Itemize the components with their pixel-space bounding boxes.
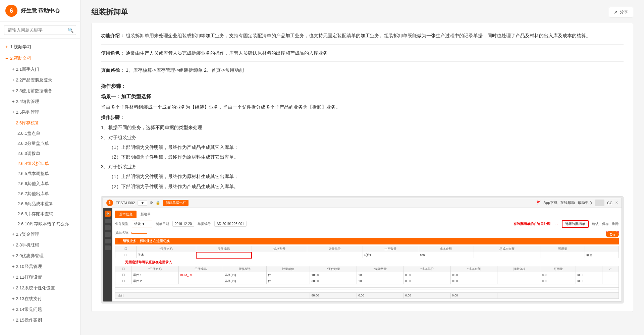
scenario1-desc: 当由多个子件材料组装成一个成品的业务为【组装】业务，当由一个父件拆分成多个子产品…: [101, 103, 624, 112]
mock-field-num-label: 单据编号: [198, 222, 211, 226]
mock-table-row-1: ☐ 关木 1(件) 100: [115, 252, 619, 258]
sidebar-item-funds[interactable]: + 2.7资金管理: [9, 229, 80, 240]
mock-lower-r1-cost2: 0.00: [450, 272, 497, 278]
plus-icon: +: [12, 253, 15, 258]
sidebar-item-purchase[interactable]: + 2.5采购管理: [9, 107, 80, 118]
mock-td-1-action: ⊞ ⊟: [585, 252, 619, 258]
sidebar-item-partial-stocktake[interactable]: 2.6.2分量盘点单: [15, 138, 80, 149]
mock-lower-r1-actions: ⊞ ⊟: [576, 272, 602, 278]
sidebar-nav: + 1.视频学习 − 2.帮助文档 + 2.1新手入门 + 2.2产品安装及登录: [0, 39, 80, 335]
sidebar-item-install[interactable]: + 2.2产品安装及登录: [9, 75, 80, 86]
sidebar-item-print[interactable]: + 2.11打印设置: [9, 272, 80, 283]
annotation-toggle: 组装业务、拆卸业务在这里切换: [123, 239, 170, 243]
sidebar-header: 6 好生意 帮助中心: [0, 0, 80, 22]
annotation-bom: 有装配清单的在这里处理: [514, 222, 550, 226]
mock-lower-th-name: *子件名称: [131, 266, 178, 272]
plus-icon: +: [12, 77, 15, 82]
sidebar-item-video-learning[interactable]: + 1.视频学习: [0, 41, 80, 53]
mock-save-btn[interactable]: 保存: [602, 222, 609, 226]
sidebar-item-cost-recalc[interactable]: 2.6.8商品成本重算: [15, 199, 80, 209]
share-button[interactable]: ↗ 分享: [609, 7, 633, 17]
plus-icon: +: [12, 67, 15, 72]
sidebar-item-other-out[interactable]: 2.6.7其他出库单: [15, 189, 80, 199]
share-label: 分享: [620, 9, 628, 15]
mock-field-type-label: 业务类型: [115, 222, 128, 226]
mock-th-unit: 计量单位: [307, 246, 363, 252]
search-input[interactable]: [4, 25, 76, 35]
plus-icon: +: [12, 99, 15, 104]
mock-lower-r1-spec: 规格(+1): [223, 272, 267, 278]
mock-field-date-label: 制单日期: [156, 222, 169, 226]
sidebar-item-data-prep[interactable]: + 2.3使用前数据准备: [9, 86, 80, 96]
sidebar-item-faq[interactable]: + 2.14常见问题: [9, 304, 80, 315]
mock-lower-r2-unit: 件: [266, 278, 310, 284]
mock-td-1-spec: [252, 252, 307, 258]
mock-search-row: 货品名称 启用处理: [115, 230, 619, 235]
mock-lower-r1-check: ☐: [115, 272, 132, 278]
mock-tab-basic[interactable]: 基本信息: [115, 211, 137, 218]
mock-tab-new[interactable]: 新建单: [137, 211, 155, 218]
mock-lower-r1-unit: 件: [266, 272, 310, 278]
sidebar-item-other-in[interactable]: 2.6.6其他入库单: [15, 179, 80, 189]
mock-lower-tfoot: 合计 88.00 0.00 0.00 0.00: [115, 292, 619, 298]
sidebar-item-transfer[interactable]: 2.6.3调拨单: [15, 149, 80, 159]
screenshot-mock: 6 TEST-H002 ▼ ⟳ 🔒 新建单据一栏 🚩 App下载 在线帮助 帮助…: [101, 197, 623, 303]
mock-flag-icon: 🚩: [536, 201, 541, 205]
share-icon: ↗: [614, 10, 618, 15]
sidebar-item-assembly[interactable]: 2.6.4组装拆卸单: [15, 159, 80, 169]
sidebar-item-cases[interactable]: + 2.15操作案例: [9, 315, 80, 326]
plus-icon: +: [12, 285, 15, 290]
plus-icon: +: [12, 88, 15, 93]
mock-bom-btn[interactable]: 选择装配清单: [562, 220, 589, 228]
mock-goods-search[interactable]: [131, 232, 147, 234]
mock-nav-home: 🏠: [105, 211, 111, 217]
on-toggle[interactable]: On: [606, 231, 619, 237]
plus-icon: +: [12, 110, 15, 115]
mock-th-available: 可用量: [540, 246, 585, 252]
mock-lower-row-1: ☐ 零件 1 BOM_R1 规格(+1) 件 10.00 100 0.00: [115, 272, 619, 278]
intro-section: 功能介绍： 组装拆卸单用来处理企业组装或拆卸等加工业务，支持有固定装配清单的产品…: [101, 31, 624, 40]
sidebar-item-cost-adjust[interactable]: 2.6.5成本调整单: [15, 169, 80, 179]
logo-icon: 6: [5, 5, 17, 17]
search-icon: 🔍: [68, 27, 73, 33]
mock-left-nav: 🏠: [103, 208, 112, 301]
mock-delete-btn[interactable]: 删除: [612, 222, 619, 226]
sidebar-item-stocktake[interactable]: 2.6.1盘点单: [15, 128, 80, 138]
plus-icon: +: [12, 275, 15, 280]
mock-type-select[interactable]: 组装 ▼: [132, 221, 152, 227]
mock-online-help: 在线帮助: [560, 200, 575, 205]
sidebar-item-newbie[interactable]: + 2.1新手入门: [9, 64, 80, 75]
step-3: 3、对于拆装业务: [101, 163, 624, 171]
sidebar-item-ledger-fix[interactable]: 2.6.10库存账本错了怎么办: [15, 219, 80, 229]
minus-icon: −: [12, 120, 15, 125]
sidebar-item-coupon[interactable]: + 2.9优惠券管理: [9, 250, 80, 261]
mock-confirm-btn[interactable]: 确认: [592, 222, 599, 226]
ops-title: 操作步骤：: [101, 83, 624, 90]
mock-td-1-avail: [540, 252, 585, 258]
mock-lower-r2-expand: [602, 278, 619, 284]
sidebar-item-mobile[interactable]: + 2.8手机旺铺: [9, 240, 80, 250]
mock-lower-th-qty: *子件数量: [310, 266, 357, 272]
mock-th-ops: [585, 246, 619, 252]
mock-help-center: 帮助中心: [578, 200, 592, 205]
sidebar-item-payment[interactable]: + 2.13在线支付: [9, 293, 80, 304]
annotation-direct-entry: 无固定清单可以直接在这里录入: [125, 260, 619, 265]
sidebar-item-operations[interactable]: + 2.10经营管理: [9, 261, 80, 272]
sidebar-item-sales[interactable]: + 2.4销售管理: [9, 96, 80, 107]
path-section: 页面路径： 1、库存核算->库存管理->组装拆卸单 2、首页->常用功能: [101, 66, 624, 75]
main-area: 组装拆卸单 ↗ 分享 功能介绍： 组装拆卸单用来处理企业组装或拆卸等加工业务，支…: [80, 0, 644, 335]
mock-lower-th-spec: 规格型号: [223, 266, 267, 272]
mock-refresh-icon: ⟳: [150, 201, 153, 205]
sidebar-item-inventory[interactable]: − 2.6库存核算: [9, 118, 80, 128]
sidebar-item-settings[interactable]: + 2.12系统个性化设置: [9, 283, 80, 293]
minus-icon: −: [5, 56, 8, 61]
mock-lower-th-action: [576, 266, 602, 272]
step-2-sub2: （2）下部明细为子件明细，最终作为原材料生成其它出库单。: [109, 153, 624, 161]
search-box[interactable]: 🔍: [0, 22, 80, 39]
sidebar-item-help-docs[interactable]: − 2.帮助文档: [0, 53, 80, 64]
plus-icon: +: [12, 318, 15, 323]
step-2: 2、对于组装业务: [101, 133, 624, 142]
sidebar-item-inventory-ledger[interactable]: 2.6.9库存账本查询: [15, 209, 80, 219]
mock-td-1-name: 关木: [136, 252, 196, 258]
mock-lower-th-code: 子件编码: [178, 266, 223, 272]
